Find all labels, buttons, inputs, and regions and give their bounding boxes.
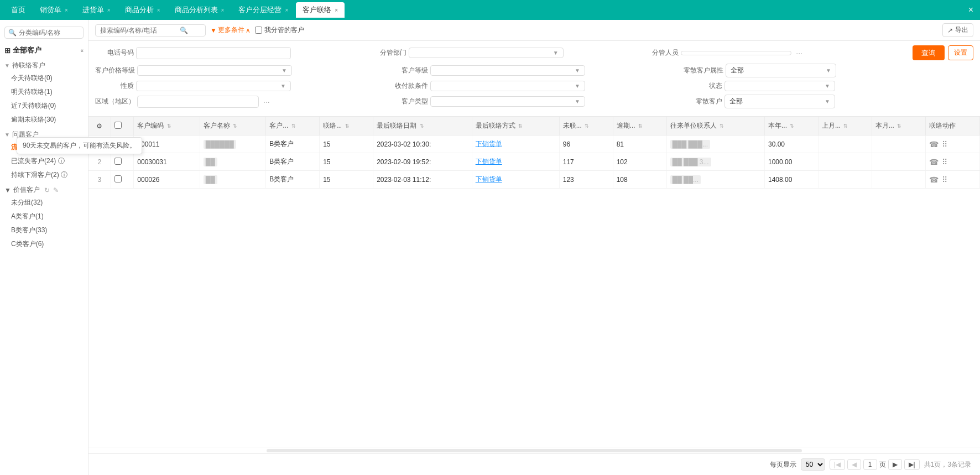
- row-code: 00030031: [134, 153, 200, 171]
- filter-region-dots[interactable]: ···: [261, 97, 272, 106]
- sidebar-item-overdue[interactable]: 逾期未联络(30): [0, 113, 88, 127]
- scroll-bar-area[interactable]: [88, 447, 980, 453]
- col-gear[interactable]: ⚙: [88, 117, 111, 135]
- col-checkbox[interactable]: [111, 117, 134, 135]
- sidebar-item-a-class[interactable]: A类客户(1): [0, 210, 88, 223]
- more-action-icon[interactable]: ⠿: [942, 140, 947, 149]
- sidebar-item-churned[interactable]: 已流失客户(24) ⓘ: [0, 154, 88, 168]
- query-button[interactable]: 查询: [913, 45, 945, 60]
- row-action: ☎ ⠿: [925, 135, 979, 153]
- tab-customer-layer-close[interactable]: ×: [285, 7, 288, 13]
- col-company-contact[interactable]: 往来单位联系人 ⇅: [666, 117, 764, 135]
- sidebar-item-ungroup[interactable]: 未分组(32): [0, 196, 88, 210]
- tab-purchase-close[interactable]: ×: [107, 7, 111, 13]
- more-action-icon[interactable]: ⠿: [942, 158, 947, 166]
- sidebar-item-7days[interactable]: 近7天待联络(0): [0, 99, 88, 113]
- filter-customer-level-select[interactable]: ▼: [430, 65, 585, 76]
- row-checkbox[interactable]: [114, 158, 122, 165]
- tab-home[interactable]: 首页: [4, 2, 32, 18]
- row-name: ██: [200, 171, 265, 189]
- col-last-contact-date[interactable]: 最后联络日期 ⇅: [373, 117, 472, 135]
- my-customers-checkbox[interactable]: [255, 27, 262, 34]
- col-contact[interactable]: 联络... ⇅: [320, 117, 373, 135]
- sidebar-item-tomorrow[interactable]: 明天待联络(1): [0, 85, 88, 99]
- col-uncontacted[interactable]: 未联... ⇅: [559, 117, 613, 135]
- tab-customer-layer[interactable]: 客户分层经营 ×: [232, 2, 295, 18]
- col-this-year[interactable]: 本年... ⇅: [764, 117, 818, 135]
- filter-zero-customer-label: 零散客户: [684, 97, 722, 106]
- row-last-contact-way[interactable]: 下销货单: [472, 171, 559, 189]
- contact-way-link[interactable]: 下销货单: [476, 158, 502, 165]
- row-checkbox-cell[interactable]: [111, 171, 134, 189]
- tab-analysis-list-close[interactable]: ×: [221, 7, 225, 13]
- tab-customer-contact-close[interactable]: ×: [335, 7, 338, 13]
- scroll-bar-track[interactable]: [267, 449, 801, 452]
- col-action: 联络动作: [925, 117, 979, 135]
- col-last-contact-way[interactable]: 最后联络方式 ⇅: [472, 117, 559, 135]
- edit-icon[interactable]: ✎: [53, 186, 59, 194]
- filter-status-select[interactable]: ▼: [724, 81, 835, 91]
- col-type[interactable]: 客户... ⇅: [266, 117, 320, 135]
- row-checkbox-cell[interactable]: [111, 153, 134, 171]
- page-prev-button[interactable]: ◀: [847, 459, 861, 470]
- search-submit-icon[interactable]: 🔍: [180, 27, 188, 34]
- sidebar-item-today[interactable]: 今天待联络(0): [0, 71, 88, 85]
- row-last-contact-way[interactable]: 下销货单: [472, 135, 559, 153]
- page-last-button[interactable]: ▶|: [904, 459, 920, 470]
- sidebar-item-c-class[interactable]: C类客户(6): [0, 237, 88, 251]
- my-customers-toggle[interactable]: 我分管的客户: [255, 25, 304, 35]
- page-size-select[interactable]: 50: [801, 458, 825, 471]
- sidebar-group-pending[interactable]: ▼ 待联络客户: [0, 58, 88, 71]
- page-first-button[interactable]: |◀: [830, 459, 845, 470]
- tab-purchase[interactable]: 进货单 ×: [76, 2, 117, 18]
- filter-zero-attr-select[interactable]: 全部 ▼: [726, 64, 836, 77]
- filter-customer-type-select[interactable]: ▼: [430, 96, 585, 107]
- zero-customer-chevron-icon: ▼: [825, 98, 830, 105]
- filter-phone-input[interactable]: [136, 47, 291, 59]
- col-overdue[interactable]: 逾期... ⇅: [613, 117, 666, 135]
- row-last-contact-way[interactable]: 下销货单: [472, 153, 559, 171]
- col-code[interactable]: 客户编码 ⇅: [134, 117, 200, 135]
- settings-button[interactable]: 设置: [948, 45, 973, 60]
- filter-payment-select[interactable]: ▼: [430, 81, 585, 91]
- tab-analysis-list[interactable]: 商品分析列表 ×: [168, 2, 231, 18]
- tab-sales[interactable]: 销货单 ×: [33, 2, 75, 18]
- filter-zero-customer-select[interactable]: 全部 ▼: [724, 95, 835, 108]
- close-all-button[interactable]: ×: [966, 3, 976, 17]
- export-button[interactable]: ↗ 导出: [942, 23, 973, 37]
- select-all-checkbox[interactable]: [114, 122, 122, 129]
- tab-sales-close[interactable]: ×: [65, 7, 68, 13]
- sidebar-group-value[interactable]: ▼ 价值客户 ↻ ✎: [0, 182, 88, 196]
- col-this-month[interactable]: 本月... ⇅: [872, 117, 925, 135]
- col-name[interactable]: 客户名称 ⇅: [200, 117, 265, 135]
- search-input[interactable]: [100, 27, 178, 34]
- contact-way-link[interactable]: 下销货单: [476, 140, 502, 148]
- filter-panel: 电话号码 分管部门 ▼ 分管人员 ···: [88, 41, 980, 117]
- row-checkbox[interactable]: [114, 175, 122, 182]
- sidebar-search-input[interactable]: [19, 29, 80, 36]
- tab-customer-contact[interactable]: 客户联络 ×: [296, 2, 345, 18]
- sidebar-item-b-class[interactable]: B类客户(33): [0, 223, 88, 237]
- sidebar-search-wrap[interactable]: 🔍: [4, 27, 84, 39]
- filter-nature-select[interactable]: ▼: [136, 81, 291, 91]
- filter-manager-dots[interactable]: ···: [794, 49, 805, 58]
- tab-customer-contact-label: 客户联络: [303, 5, 331, 15]
- phone-action-icon[interactable]: ☎: [929, 158, 939, 166]
- sidebar-all-customers[interactable]: ⊞ 全部客户 «: [0, 43, 88, 58]
- col-last-month[interactable]: 上月... ⇅: [818, 117, 872, 135]
- filter-region-input[interactable]: [137, 96, 259, 108]
- refresh-icon[interactable]: ↻: [44, 186, 50, 194]
- tab-analysis-close[interactable]: ×: [157, 7, 160, 13]
- page-next-button[interactable]: ▶: [888, 459, 902, 470]
- more-action-icon[interactable]: ⠿: [942, 175, 947, 184]
- filter-manager-select[interactable]: [681, 51, 791, 55]
- filter-dept-select[interactable]: ▼: [409, 48, 564, 58]
- phone-action-icon[interactable]: ☎: [929, 140, 939, 149]
- sidebar-item-declining[interactable]: 持续下滑客户(2) ⓘ: [0, 168, 88, 182]
- filter-price-level-select[interactable]: ▼: [137, 65, 292, 76]
- search-wrap[interactable]: 🔍: [95, 24, 206, 36]
- contact-way-link[interactable]: 下销货单: [476, 175, 502, 183]
- tab-analysis[interactable]: 商品分析 ×: [118, 2, 167, 18]
- phone-action-icon[interactable]: ☎: [929, 175, 939, 184]
- more-conditions-button[interactable]: ▼ 更多条件 ∧: [210, 25, 251, 35]
